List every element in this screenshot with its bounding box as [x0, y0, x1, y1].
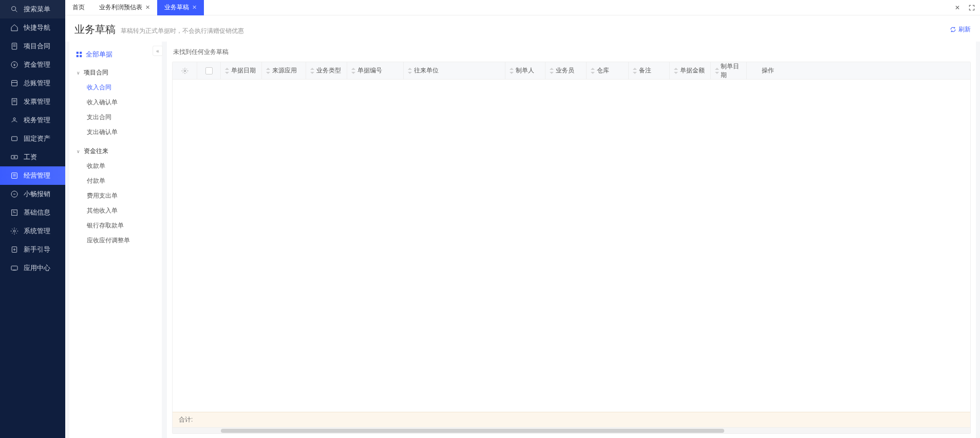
- sidebar-item-invoice-mgmt[interactable]: 发票管理: [0, 92, 65, 111]
- category-item-payment[interactable]: 付款单: [69, 174, 162, 188]
- fullscreen-icon[interactable]: [968, 4, 976, 12]
- category-item-expense-contract[interactable]: 支出合同: [69, 110, 162, 125]
- sort-icon: [674, 68, 678, 74]
- sidebar-item-basic-info[interactable]: 基础信息: [0, 203, 65, 222]
- refresh-label: 刷新: [958, 25, 971, 34]
- sidebar-label: 搜索菜单: [24, 5, 50, 14]
- sidebar-item-tax-mgmt[interactable]: 税务管理: [0, 111, 65, 129]
- biz-icon: [10, 172, 18, 180]
- column-header-source[interactable]: 来源应用: [262, 62, 306, 79]
- sidebar-label: 资金管理: [24, 60, 50, 69]
- apps-icon: [10, 264, 18, 272]
- sidebar-label: 税务管理: [24, 116, 50, 125]
- close-icon[interactable]: ✕: [145, 4, 150, 11]
- scrollbar-thumb[interactable]: [221, 429, 724, 433]
- category-item-income-confirm[interactable]: 收入确认单: [69, 95, 162, 110]
- column-header-date[interactable]: 单据日期: [221, 62, 262, 79]
- svg-point-30: [184, 70, 186, 72]
- money-icon: ¥: [10, 61, 18, 69]
- svg-text:¥: ¥: [13, 63, 15, 67]
- column-settings-button[interactable]: [173, 62, 197, 79]
- sidebar-item-expense[interactable]: 小畅报销: [0, 185, 65, 203]
- category-all-docs[interactable]: 全部单据: [69, 46, 162, 63]
- sidebar-item-business-mgmt[interactable]: 经营管理: [0, 166, 65, 185]
- salary-icon: [10, 153, 18, 161]
- category-item-receipt[interactable]: 收款单: [69, 159, 162, 174]
- refresh-icon: [950, 26, 956, 33]
- column-header-amount[interactable]: 单据金额: [670, 62, 711, 79]
- column-header-docno[interactable]: 单据编号: [347, 62, 404, 79]
- sort-icon: [310, 68, 314, 74]
- svg-rect-7: [12, 81, 17, 86]
- category-item-ar-ap-adjust[interactable]: 应收应付调整单: [69, 233, 162, 248]
- sidebar-item-fund-mgmt[interactable]: ¥ 资金管理: [0, 55, 65, 74]
- svg-line-1: [15, 10, 17, 12]
- svg-rect-22: [12, 247, 16, 253]
- sidebar-item-app-center[interactable]: 应用中心: [0, 259, 65, 277]
- sidebar-item-search-menu[interactable]: 搜索菜单: [0, 0, 65, 18]
- sort-icon: [266, 68, 270, 74]
- collapse-panel-button[interactable]: «: [153, 46, 163, 56]
- category-group-project-contract[interactable]: ∨ 项目合同: [69, 65, 162, 80]
- tab-home[interactable]: 首页: [65, 0, 92, 15]
- main-sidebar: 搜索菜单 快捷导航 项目合同 ¥ 资金管理 总账管理 发票管理 税务管理 固定资: [0, 0, 65, 438]
- search-icon: [10, 5, 18, 13]
- horizontal-scrollbar[interactable]: [173, 427, 970, 433]
- sort-icon: [351, 68, 355, 74]
- sort-icon: [715, 68, 719, 74]
- sidebar-label: 应用中心: [24, 263, 50, 273]
- gear-icon: [181, 67, 189, 74]
- column-header-maker[interactable]: 制单人: [505, 62, 545, 79]
- doc-icon: [10, 42, 18, 50]
- category-item-expense-confirm[interactable]: 支出确认单: [69, 125, 162, 140]
- column-header-sales[interactable]: 业务员: [545, 62, 587, 79]
- grid-icon: [76, 51, 83, 58]
- select-all-checkbox[interactable]: [205, 67, 213, 74]
- sidebar-label: 基础信息: [24, 208, 50, 217]
- close-panel-icon[interactable]: ✕: [953, 4, 962, 12]
- column-header-warehouse[interactable]: 仓库: [587, 62, 629, 79]
- sidebar-label: 固定资产: [24, 134, 50, 143]
- sort-icon: [408, 68, 412, 74]
- column-header-note[interactable]: 备注: [629, 62, 670, 79]
- sort-icon: [510, 68, 514, 74]
- tax-icon: [10, 116, 18, 124]
- select-all-column: [197, 62, 221, 79]
- column-header-ddate[interactable]: 制单日期: [711, 62, 747, 79]
- empty-message: 未找到任何业务草稿: [172, 46, 971, 62]
- refresh-button[interactable]: 刷新: [950, 25, 971, 34]
- svg-rect-11: [12, 137, 17, 141]
- category-item-bank-transfer[interactable]: 银行存取款单: [69, 218, 162, 233]
- sidebar-label: 项目合同: [24, 42, 50, 51]
- svg-rect-29: [80, 55, 82, 57]
- tab-label: 业务草稿: [164, 3, 189, 12]
- column-header-party[interactable]: 往来单位: [404, 62, 505, 79]
- tab-profit-estimate[interactable]: 业务利润预估表 ✕: [92, 0, 157, 15]
- footer-total-label: 合计:: [179, 415, 193, 424]
- table-panel: 未找到任何业务草稿 单据日期 来源应用 业务类型 单据编号 往来单位: [167, 42, 976, 438]
- sidebar-item-system-mgmt[interactable]: 系统管理: [0, 222, 65, 240]
- sidebar-item-salary[interactable]: 工资: [0, 148, 65, 166]
- svg-point-10: [13, 118, 15, 120]
- ledger-icon: [10, 79, 18, 87]
- gear-icon: [10, 227, 18, 235]
- column-header-btype[interactable]: 业务类型: [306, 62, 347, 79]
- asset-icon: [10, 135, 18, 143]
- sort-icon: [633, 68, 637, 74]
- svg-rect-26: [77, 52, 79, 54]
- sidebar-item-project-contract[interactable]: 项目合同: [0, 37, 65, 55]
- sidebar-item-fixed-assets[interactable]: 固定资产: [0, 129, 65, 148]
- page-subtitle: 草稿转为正式单据时，不会执行满赠促销优惠: [121, 27, 244, 35]
- category-group-fund-flow[interactable]: ∨ 资金往来: [69, 144, 162, 159]
- sidebar-item-guide[interactable]: 新手引导: [0, 240, 65, 259]
- category-item-other-income[interactable]: 其他收入单: [69, 203, 162, 218]
- tab-business-draft[interactable]: 业务草稿 ✕: [157, 0, 204, 15]
- category-item-income-contract[interactable]: 收入合同: [69, 80, 162, 95]
- sidebar-item-general-ledger[interactable]: 总账管理: [0, 74, 65, 92]
- svg-rect-27: [80, 52, 82, 54]
- sidebar-label: 经营管理: [24, 171, 50, 180]
- close-icon[interactable]: ✕: [192, 4, 197, 11]
- category-item-expense-doc[interactable]: 费用支出单: [69, 188, 162, 203]
- svg-rect-24: [11, 266, 17, 270]
- sidebar-item-quick-nav[interactable]: 快捷导航: [0, 18, 65, 37]
